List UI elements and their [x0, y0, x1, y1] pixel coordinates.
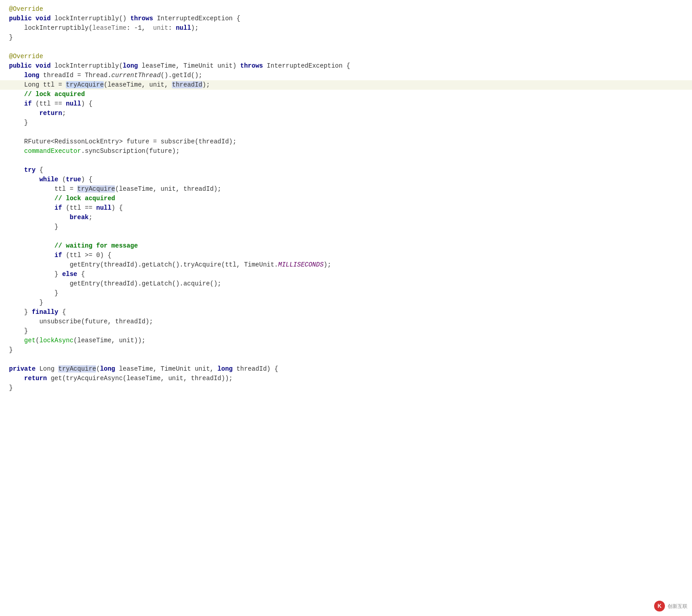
- code-line-41: }: [0, 383, 692, 393]
- code-line-20: ttl = tryAcquire(leaseTime, unit, thread…: [0, 184, 692, 194]
- code-line-30: getEntry(threadId).getLatch().acquire();: [0, 279, 692, 289]
- code-line-21: // lock acquired: [0, 194, 692, 203]
- watermark: K 创新互联: [654, 601, 687, 611]
- code-line-18: try {: [0, 165, 692, 175]
- code-line-37: }: [0, 345, 692, 355]
- code-line-14: [0, 128, 692, 137]
- code-line-38: [0, 355, 692, 364]
- code-line-2: public void lockInterruptibly() throws I…: [0, 14, 692, 23]
- code-line-35: }: [0, 326, 692, 336]
- code-line-9: Long ttl = tryAcquire(leaseTime, unit, t…: [0, 80, 692, 90]
- code-line-17: [0, 156, 692, 165]
- watermark-text: 创新互联: [668, 602, 687, 610]
- code-line-4: }: [0, 33, 692, 42]
- code-line-25: [0, 232, 692, 241]
- code-line-5: [0, 42, 692, 52]
- code-line-32: }: [0, 298, 692, 308]
- code-line-19: while (true) {: [0, 175, 692, 184]
- code-line-36: get(lockAsync(leaseTime, unit));: [0, 336, 692, 345]
- code-line-15: RFuture<RedissonLockEntry> future = subs…: [0, 137, 692, 147]
- code-line-1: @Override: [0, 5, 692, 14]
- code-line-23: break;: [0, 213, 692, 222]
- code-line-31: }: [0, 289, 692, 298]
- code-line-6: @Override: [0, 52, 692, 61]
- code-line-12: return;: [0, 109, 692, 118]
- code-line-29: } else {: [0, 270, 692, 279]
- code-line-28: getEntry(threadId).getLatch().tryAcquire…: [0, 260, 692, 270]
- code-line-11: if (ttl == null) {: [0, 99, 692, 109]
- code-line-40: return get(tryAcquireAsync(leaseTime, un…: [0, 374, 692, 383]
- code-line-34: unsubscribe(future, threadId);: [0, 317, 692, 326]
- code-line-3: lockInterruptibly(leaseTime: -1, unit: n…: [0, 23, 692, 33]
- code-line-22: if (ttl == null) {: [0, 203, 692, 213]
- code-line-10: // lock acquired: [0, 90, 692, 99]
- code-line-7: public void lockInterruptibly(long lease…: [0, 61, 692, 71]
- code-line-39: private Long tryAcquire(long leaseTime, …: [0, 364, 692, 374]
- code-line-13: }: [0, 118, 692, 128]
- code-line-26: // waiting for message: [0, 241, 692, 251]
- code-line-27: if (ttl >= 0) {: [0, 251, 692, 260]
- code-line-8: long threadId = Thread.currentThread().g…: [0, 71, 692, 80]
- code-line-24: }: [0, 222, 692, 232]
- watermark-logo: K: [654, 601, 665, 611]
- code-editor: @Override public void lockInterruptibly(…: [0, 0, 692, 616]
- code-line-16: commandExecutor.syncSubscription(future)…: [0, 147, 692, 156]
- code-line-33: } finally {: [0, 308, 692, 317]
